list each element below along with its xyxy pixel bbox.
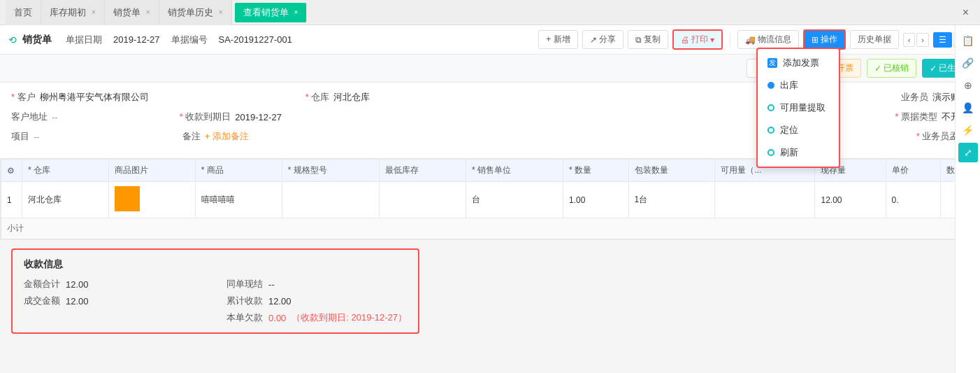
right-sidebar: 📋 🔗 ⊕ 👤 ⚡ ⤢: [955, 25, 980, 373]
warehouse-value: 河北仓库: [333, 91, 370, 104]
tab-view-sale[interactable]: 查看销货单 ×: [235, 3, 308, 22]
dropdown-outbound[interactable]: 出库: [758, 74, 839, 97]
tab-inventory[interactable]: 库存期初 ×: [41, 0, 105, 25]
tab-sale[interactable]: 销货单 ×: [105, 0, 159, 25]
arrears-label: 本单欠款: [226, 311, 263, 324]
tab-inventory-close[interactable]: ×: [92, 8, 96, 16]
effective-icon: ✓: [930, 64, 937, 73]
th-product: * 商品: [195, 160, 282, 182]
date-label: 单据日期: [66, 34, 102, 46]
due-date-field: * 收款到期日 2019-12-27: [180, 111, 282, 123]
sidebar-link-icon[interactable]: 🔗: [958, 53, 978, 73]
doc-meta: 单据日期 2019-12-27 单据编号 SA-20191227-001: [66, 34, 292, 46]
th-qty: * 数量: [563, 160, 628, 182]
tab-home[interactable]: 首页: [6, 0, 41, 25]
same-order-value: --: [268, 279, 275, 290]
print-button[interactable]: 🖨 打印 ▾: [672, 29, 723, 50]
next-button[interactable]: ›: [916, 33, 929, 47]
dropdown-add-invoice[interactable]: 发 添加发票: [758, 52, 839, 74]
project-field: 项目 --: [11, 130, 40, 143]
new-button[interactable]: + 新增: [538, 30, 577, 49]
cell-price: 0.: [886, 182, 940, 218]
address-value: --: [52, 112, 58, 122]
check-icon: ✓: [874, 64, 881, 73]
sidebar-user-icon[interactable]: 👤: [958, 98, 978, 118]
sidebar-clipboard-icon[interactable]: 📋: [958, 31, 978, 50]
data-table: ⚙ * 仓库 商品图片 * 商品 * 规格型号 最低库存 * 销售单位 * 数量…: [1, 159, 979, 239]
same-order-row: 同单现结 --: [226, 278, 407, 290]
refresh-icon: [768, 149, 774, 156]
cell-min-stock: [379, 182, 466, 218]
cumulative-label: 累计收款: [226, 295, 263, 307]
th-min-stock: 最低库存: [379, 160, 466, 182]
transaction-label: 成交金额: [24, 295, 60, 307]
toolbar-actions: + 新增 ↗ 分享 ⧉ 复制 🖨 打印 ▾ 🚚 物流信息: [538, 29, 972, 50]
tab-sale-close[interactable]: ×: [146, 8, 150, 16]
th-spec: * 规格型号: [282, 160, 379, 182]
total-row: 金额合计 12.00: [24, 278, 204, 290]
window-close-button[interactable]: ×: [957, 3, 974, 21]
confirm-button[interactable]: ✓ 已核销: [867, 59, 916, 78]
bottom-section: 收款信息 金额合计 12.00 同单现结 -- 成交金额 12.00: [0, 240, 980, 342]
prev-button[interactable]: ‹: [903, 33, 916, 47]
th-warehouse: * 仓库: [22, 160, 109, 182]
cell-img: [108, 182, 195, 218]
dropdown-locate[interactable]: 定位: [758, 119, 839, 141]
project-label: 项目: [11, 130, 29, 143]
subtotal-row: 小计: [1, 218, 979, 239]
dropdown-refresh[interactable]: 刷新: [758, 141, 839, 164]
table-container: ⚙ * 仓库 商品图片 * 商品 * 规格型号 最低库存 * 销售单位 * 数量…: [0, 158, 980, 240]
cell-available: [715, 182, 815, 218]
dropdown-available[interactable]: 可用量提取: [758, 97, 839, 119]
total-value: 12.00: [66, 279, 89, 290]
tab-bar: 首页 库存期初 × 销货单 × 销货单历史 × 查看销货单 × ×: [0, 0, 980, 25]
history-button[interactable]: 历史单据: [850, 30, 899, 49]
available-icon: [768, 104, 774, 111]
copy-button[interactable]: ⧉ 复制: [628, 30, 668, 49]
customer-field: * 客户 柳州粤港平安气体有限公司: [11, 91, 149, 104]
warehouse-field: * 仓库 河北仓库: [305, 91, 370, 104]
list-view-button[interactable]: ☰: [933, 32, 952, 48]
invoice-icon: 发: [768, 58, 777, 68]
transaction-row: 成交金额 12.00: [24, 295, 204, 307]
cell-qty: 1.00: [563, 182, 628, 218]
tab-sale-history[interactable]: 销货单历史 ×: [159, 0, 232, 25]
outbound-icon: [768, 82, 774, 89]
address-label: 客户地址: [11, 111, 48, 123]
project-value: --: [34, 132, 40, 142]
payment-title: 收款信息: [24, 258, 407, 271]
th-gear[interactable]: ⚙: [1, 160, 22, 182]
divider-1: [730, 33, 730, 47]
warehouse-label: * 仓库: [305, 91, 330, 104]
same-order-label: 同单现结: [226, 278, 263, 290]
ticket-type-label: * 票据类型: [895, 111, 937, 123]
sidebar-add-icon[interactable]: ⊕: [958, 76, 978, 95]
dropdown-menu: 发 添加发票 出库 可用量提取 定位 刷新: [756, 48, 840, 168]
th-img: 商品图片: [108, 160, 195, 182]
payment-info: 收款信息 金额合计 12.00 同单现结 -- 成交金额 12.00: [11, 248, 419, 334]
cell-product: 嘻嘻嘻嘻: [195, 182, 282, 218]
share-button[interactable]: ↗ 分享: [582, 30, 624, 49]
sidebar-flash-icon[interactable]: ⚡: [958, 120, 978, 140]
logistics-button[interactable]: 🚚 物流信息: [737, 30, 799, 49]
locate-icon: [768, 127, 774, 134]
date-value: 2019-12-27: [113, 34, 160, 45]
cell-stock: 12.00: [815, 182, 886, 218]
operate-button[interactable]: ⊞ 操作: [803, 29, 846, 50]
sidebar-expand-icon[interactable]: ⤢: [958, 143, 978, 162]
cell-no: 1: [1, 182, 22, 218]
print-dropdown-arrow: ▾: [710, 35, 714, 45]
th-pack: 包装数量: [628, 160, 715, 182]
table-row: 1 河北仓库 嘻嘻嘻嘻 台 1.00 1台 12.00: [1, 182, 979, 218]
th-unit: * 销售单位: [466, 160, 563, 182]
tab-view-sale-close[interactable]: ×: [294, 8, 298, 16]
cumulative-row: 累计收款 12.00: [226, 295, 407, 307]
tab-sale-history-close[interactable]: ×: [219, 8, 223, 16]
doc-icon: ⟲: [8, 34, 17, 45]
add-note[interactable]: + 添加备注: [205, 130, 249, 143]
note-field: 备注 + 添加备注: [182, 130, 249, 143]
cell-warehouse: 河北仓库: [22, 182, 109, 218]
due-info: （收款到期日: 2019-12-27）: [291, 311, 407, 324]
customer-value: 柳州粤港平安气体有限公司: [40, 91, 149, 104]
due-date-value: 2019-12-27: [235, 112, 282, 122]
